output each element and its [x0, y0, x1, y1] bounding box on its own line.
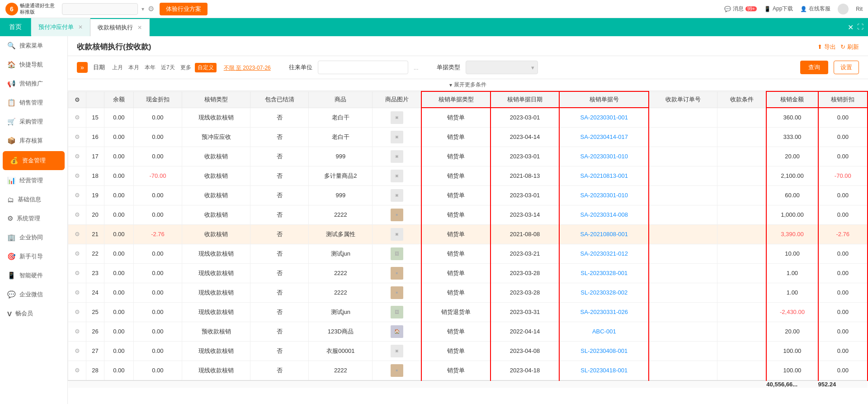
- cancel-bill-no-link[interactable]: SA-20230331-026: [580, 309, 628, 315]
- query-button[interactable]: 查询: [800, 61, 828, 74]
- cell-goods-img: ▣: [373, 108, 422, 127]
- cell-cancel-bill-no[interactable]: SA-20230321-012: [559, 244, 649, 263]
- cell-cancel-bill-no[interactable]: SA-20230301-010: [559, 185, 649, 205]
- industry-solution-button[interactable]: 体验行业方案: [160, 3, 208, 15]
- export-button[interactable]: ⬆ 导出: [817, 43, 836, 51]
- date-btn-more[interactable]: 更多: [179, 63, 193, 72]
- sidebar-item-corp[interactable]: 🏢 企业协同: [0, 228, 67, 247]
- partner-filter-input[interactable]: [318, 61, 408, 74]
- message-action[interactable]: 💬 消息 99+: [724, 5, 757, 13]
- date-btn-custom[interactable]: 自定义: [195, 63, 217, 72]
- cell-cancel-bill-no[interactable]: SA-20210808-001: [559, 224, 649, 244]
- cancel-bill-no-link[interactable]: ABC-001: [592, 328, 616, 335]
- cell-cancel-bill-no[interactable]: SL-20230408-001: [559, 341, 649, 361]
- sidebar-item-basic[interactable]: 🗂 基础信息: [0, 190, 67, 209]
- cell-gear[interactable]: ⚙: [68, 127, 86, 147]
- top-search-input[interactable]: [62, 3, 138, 15]
- cancel-bill-no-link[interactable]: SA-20230301-010: [580, 192, 628, 199]
- cell-cancel-bill-type: 销货单: [421, 185, 490, 205]
- cancel-bill-no-link[interactable]: SA-20230321-012: [580, 250, 628, 257]
- cell-gear[interactable]: ⚙: [68, 244, 86, 263]
- cell-gear[interactable]: ⚙: [68, 361, 86, 380]
- cell-cancel-bill-no[interactable]: SA-20230301-001: [559, 108, 649, 127]
- cell-include-settled: 否: [250, 224, 309, 244]
- sidebar-item-wechat[interactable]: 💬 企业微信: [0, 285, 67, 304]
- col-gear-header[interactable]: ⚙: [68, 91, 86, 108]
- tab-bar-close-icon[interactable]: ✕: [848, 23, 854, 32]
- cell-cancel-bill-no[interactable]: SL-20230328-001: [559, 263, 649, 283]
- sidebar-item-system[interactable]: ⚙ 系统管理: [0, 209, 67, 228]
- sidebar-item-search[interactable]: 🔍 搜索菜单: [0, 36, 67, 55]
- tab-collection[interactable]: 收款核销执行 ✕: [90, 18, 150, 36]
- sidebar-item-guide[interactable]: 🎯 新手引导: [0, 247, 67, 266]
- cell-gear[interactable]: ⚙: [68, 302, 86, 322]
- sidebar-item-sales[interactable]: 📋 销售管理: [0, 93, 67, 112]
- cancel-bill-no-link[interactable]: SA-20230301-010: [580, 153, 628, 160]
- cell-gear[interactable]: ⚙: [68, 283, 86, 302]
- sidebar-item-purchase[interactable]: 🛒 采购管理: [0, 112, 67, 131]
- cell-cancel-bill-no[interactable]: SA-20230314-008: [559, 205, 649, 224]
- date-btn-this-year[interactable]: 本年: [143, 63, 157, 72]
- cancel-bill-no-link[interactable]: SL-20230328-002: [580, 289, 627, 296]
- tab-collection-close[interactable]: ✕: [137, 19, 142, 37]
- cancel-bill-no-link[interactable]: SA-20230314-008: [580, 211, 628, 218]
- goods-image: ▣: [391, 228, 403, 241]
- cancel-bill-no-link[interactable]: SA-20210808-001: [580, 231, 628, 238]
- cell-cancel-bill-no[interactable]: ABC-001: [559, 322, 649, 341]
- cell-include-settled: 否: [250, 127, 309, 147]
- user-avatar[interactable]: [838, 4, 849, 14]
- cancel-bill-no-link[interactable]: SL-20230328-001: [580, 270, 627, 276]
- cell-gear[interactable]: ⚙: [68, 147, 86, 166]
- cell-cancel-discount: 0.00: [818, 108, 868, 127]
- app-download-action[interactable]: 📱 App下载: [764, 5, 793, 13]
- tab-advance-close[interactable]: ✕: [78, 18, 83, 36]
- cell-cancel-bill-no[interactable]: SA-20230331-026: [559, 302, 649, 322]
- date-btn-this-month[interactable]: 本月: [127, 63, 141, 72]
- cell-cancel-bill-no[interactable]: SA-20230301-010: [559, 147, 649, 166]
- date-btn-7days[interactable]: 近7天: [159, 63, 177, 72]
- sidebar-item-marketing[interactable]: 📢 营销推广: [0, 74, 67, 93]
- cell-collection-order-no: [649, 244, 717, 263]
- tab-bar-expand-icon[interactable]: ⛶: [857, 23, 863, 32]
- sidebar-item-inventory[interactable]: 📦 库存核算: [0, 131, 67, 150]
- cell-gear[interactable]: ⚙: [68, 341, 86, 361]
- cell-cancel-bill-no[interactable]: SL-20230328-002: [559, 283, 649, 302]
- cell-gear[interactable]: ⚙: [68, 108, 86, 127]
- goods-image: 🏠: [391, 325, 403, 338]
- cancel-bill-no-link[interactable]: SA-20210813-001: [580, 172, 628, 179]
- sidebar-item-operation[interactable]: 📊 经营管理: [0, 171, 67, 190]
- sidebar-item-quick-nav[interactable]: 🏠 快捷导航: [0, 55, 67, 74]
- settings-gear-icon[interactable]: ⚙: [148, 5, 154, 13]
- table-area[interactable]: ⚙ 余额 现金折扣 核销类型 包含已结清 商品 商品图片 核销单据类型 核销单据…: [68, 91, 868, 404]
- cell-gear[interactable]: ⚙: [68, 166, 86, 185]
- cell-cancel-bill-no[interactable]: SL-20230418-001: [559, 361, 649, 380]
- settings-button[interactable]: 设置: [834, 61, 859, 74]
- col-cancel-amount-header: 核销金额: [766, 91, 818, 108]
- cancel-bill-no-link[interactable]: SA-20230414-017: [580, 133, 628, 140]
- tab-home[interactable]: 首页: [0, 18, 31, 35]
- sidebar-item-member[interactable]: V 畅会员: [0, 304, 67, 323]
- cell-goods: 2222: [309, 283, 373, 302]
- table-footer: 40,556,66... 952.24: [68, 380, 868, 388]
- bill-type-select[interactable]: [466, 61, 538, 74]
- cell-gear[interactable]: ⚙: [68, 322, 86, 341]
- refresh-button[interactable]: ↻ 刷新: [840, 43, 859, 51]
- tab-advance[interactable]: 预付冲应付单 ✕: [31, 18, 90, 36]
- cancel-bill-no-link[interactable]: SL-20230408-001: [580, 347, 627, 354]
- cell-gear[interactable]: ⚙: [68, 185, 86, 205]
- sidebar-item-finance[interactable]: 💰 资金管理: [3, 151, 65, 170]
- filter-expand-button[interactable]: »: [77, 62, 88, 73]
- date-btn-last-month[interactable]: 上月: [110, 63, 125, 72]
- online-service-action[interactable]: 👤 在线客服: [800, 5, 830, 13]
- cell-cancel-bill-no[interactable]: SA-20210813-001: [559, 166, 649, 185]
- cell-gear[interactable]: ⚙: [68, 224, 86, 244]
- sidebar-item-hardware[interactable]: 📱 智能硬件: [0, 266, 67, 285]
- cell-gear[interactable]: ⚙: [68, 205, 86, 224]
- cell-cancel-bill-date: 2023-03-28: [491, 283, 559, 302]
- cancel-bill-no-link[interactable]: SL-20230418-001: [580, 367, 627, 374]
- partner-filter-dots[interactable]: ...: [414, 64, 419, 71]
- cancel-bill-no-link[interactable]: SA-20230301-001: [580, 114, 628, 121]
- cell-cancel-bill-no[interactable]: SA-20230414-017: [559, 127, 649, 147]
- expand-more-button[interactable]: ▾ 展开更多条件: [449, 81, 486, 89]
- cell-gear[interactable]: ⚙: [68, 263, 86, 283]
